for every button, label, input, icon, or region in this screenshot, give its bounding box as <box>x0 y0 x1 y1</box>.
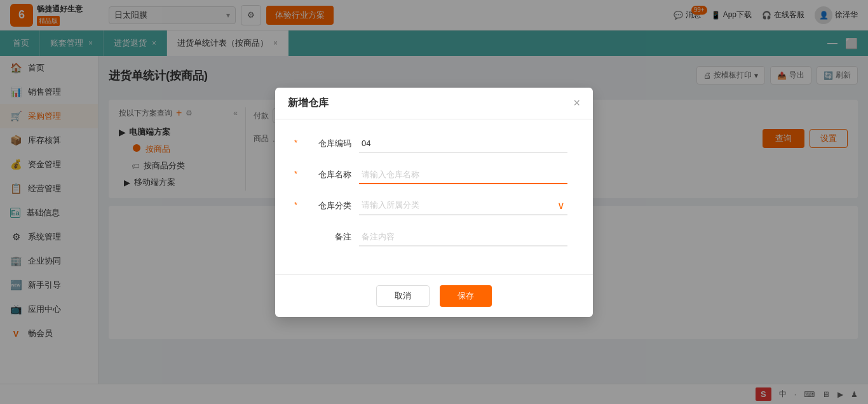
modal-title: 新增仓库 <box>288 97 329 110</box>
modal-close-button[interactable]: × <box>573 97 580 109</box>
modal-footer: 取消 保存 <box>275 274 593 317</box>
warehouse-notes-input[interactable] <box>359 228 567 246</box>
warehouse-category-select[interactable]: 请输入所属分类 ∨ <box>359 197 567 215</box>
warehouse-notes-label: 备注 <box>301 231 351 243</box>
modal-header: 新增仓库 × <box>275 88 593 119</box>
warehouse-name-label: 仓库名称 <box>301 169 351 180</box>
add-warehouse-modal: 新增仓库 × 仓库编码 仓库名称 仓库分类 请输入所属分类 ∨ <box>275 88 593 317</box>
warehouse-notes-row: 备注 <box>301 228 567 246</box>
warehouse-code-label: 仓库编码 <box>301 138 351 149</box>
warehouse-name-row: 仓库名称 <box>301 166 567 184</box>
warehouse-category-row: 仓库分类 请输入所属分类 ∨ <box>301 197 567 215</box>
warehouse-name-input[interactable] <box>359 166 567 184</box>
warehouse-code-input[interactable] <box>359 135 567 153</box>
warehouse-category-placeholder: 请输入所属分类 <box>362 199 557 211</box>
modal-body: 仓库编码 仓库名称 仓库分类 请输入所属分类 ∨ 备注 <box>275 119 593 274</box>
cancel-button[interactable]: 取消 <box>376 285 430 307</box>
warehouse-code-row: 仓库编码 <box>301 135 567 153</box>
warehouse-category-label: 仓库分类 <box>301 200 351 212</box>
modal-backdrop: 新增仓库 × 仓库编码 仓库名称 仓库分类 请输入所属分类 ∨ <box>0 0 868 404</box>
category-dropdown-arrow: ∨ <box>557 199 565 212</box>
save-button[interactable]: 保存 <box>440 285 492 307</box>
